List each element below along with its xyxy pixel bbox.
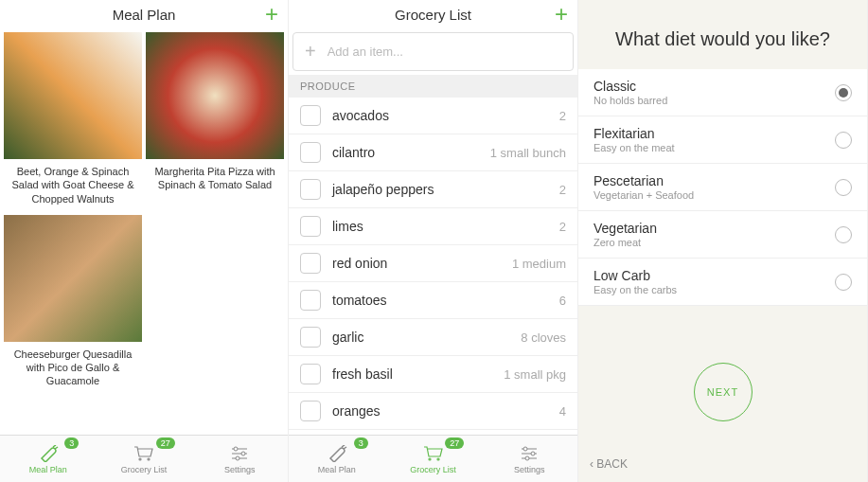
diet-desc: Easy on the meat <box>593 142 835 153</box>
grocery-item[interactable]: jalapeño peppers2 <box>289 171 577 208</box>
tab-meal-plan[interactable]: Meal Plan 3 <box>289 436 385 482</box>
diet-desc: No holds barred <box>593 95 835 106</box>
tab-grocery-list[interactable]: Grocery List 27 <box>385 436 482 482</box>
tab-bar: Meal Plan 3 Grocery List 27 Settings <box>289 435 577 482</box>
tab-label: Settings <box>514 465 545 474</box>
item-qty: 4 <box>559 404 566 419</box>
carrot-icon <box>38 444 59 463</box>
item-qty: 8 cloves <box>521 330 566 345</box>
checkbox[interactable] <box>300 105 321 126</box>
carrot-icon <box>327 444 347 463</box>
section-header: PRODUCE <box>289 75 577 98</box>
diet-name: Pescetarian <box>593 173 835 188</box>
radio-button[interactable] <box>835 226 852 243</box>
grocery-item[interactable]: red onion1 medium <box>289 245 577 282</box>
badge: 3 <box>64 437 79 449</box>
radio-button[interactable] <box>835 84 852 101</box>
diet-desc: Vegetarian + Seafood <box>593 189 835 201</box>
tab-label: Settings <box>224 465 256 474</box>
checkbox[interactable] <box>300 216 321 237</box>
checkbox[interactable] <box>300 179 321 200</box>
meal-title: Cheeseburger Quesadilla with Pico de Gal… <box>4 342 142 394</box>
item-name: garlic <box>332 330 521 345</box>
item-qty: 2 <box>559 109 566 123</box>
diet-option[interactable]: Low CarbEasy on the carbs <box>578 259 867 306</box>
meal-plan-screen: Meal Plan + Beet, Orange & Spinach Salad… <box>0 0 289 482</box>
diet-option[interactable]: PescetarianVegetarian + Seafood <box>578 164 867 211</box>
grocery-item[interactable]: avocados2 <box>289 98 577 134</box>
grocery-item[interactable]: garlic8 cloves <box>289 319 577 356</box>
meal-image <box>4 32 142 159</box>
item-name: avocados <box>332 108 559 123</box>
checkbox[interactable] <box>300 253 321 274</box>
grocery-item[interactable]: fresh basil1 small pkg <box>289 356 577 393</box>
item-qty: 2 <box>559 183 566 197</box>
svg-point-2 <box>236 456 239 460</box>
svg-point-5 <box>525 456 529 460</box>
cart-icon <box>422 444 445 463</box>
badge: 27 <box>156 437 175 449</box>
item-qty: 1 small bunch <box>490 146 566 160</box>
diet-option[interactable]: ClassicNo holds barred <box>578 69 867 116</box>
checkbox[interactable] <box>300 290 321 311</box>
grocery-item[interactable]: tomatoes6 <box>289 282 577 319</box>
next-button[interactable]: NEXT <box>694 363 753 421</box>
checkbox[interactable] <box>300 142 321 163</box>
meal-card[interactable]: Cheeseburger Quesadilla with Pico de Gal… <box>4 215 142 394</box>
tab-label: Meal Plan <box>318 465 356 474</box>
sliders-icon <box>230 444 249 463</box>
item-name: limes <box>332 219 559 234</box>
meal-grid: Beet, Orange & Spinach Salad with Goat C… <box>0 28 288 435</box>
diet-option[interactable]: FlexitarianEasy on the meat <box>578 116 867 164</box>
diet-question: What diet would you like? <box>578 0 867 69</box>
meal-image <box>4 215 142 342</box>
item-qty: 1 medium <box>512 257 566 271</box>
meal-card[interactable]: Beet, Orange & Spinach Salad with Goat C… <box>4 32 142 211</box>
tab-grocery-list[interactable]: Grocery List 27 <box>96 436 191 482</box>
tab-meal-plan[interactable]: Meal Plan 3 <box>0 436 96 482</box>
add-item-input[interactable]: + Add an item... <box>292 32 574 71</box>
meal-card[interactable]: Margherita Pita Pizza with Spinach & Tom… <box>146 32 284 211</box>
add-meal-button[interactable]: + <box>265 1 278 27</box>
tab-bar: Meal Plan 3 Grocery List 27 Settings <box>0 435 288 482</box>
item-name: jalapeño peppers <box>332 182 559 197</box>
grocery-content: + Add an item... PRODUCE avocados2cilant… <box>289 28 577 435</box>
add-item-button[interactable]: + <box>555 1 568 27</box>
back-button[interactable]: ‹ BACK <box>590 457 628 471</box>
diet-selection-screen: What diet would you like? ClassicNo hold… <box>578 0 868 482</box>
page-title: Meal Plan <box>113 7 176 23</box>
diet-list: ClassicNo holds barredFlexitarianEasy on… <box>578 69 867 306</box>
meal-image <box>146 32 284 159</box>
diet-name: Flexitarian <box>593 126 835 141</box>
diet-name: Vegetarian <box>593 221 835 236</box>
grocery-item[interactable]: limes2 <box>289 208 577 245</box>
cart-icon <box>133 444 155 463</box>
add-item-placeholder: Add an item... <box>328 45 403 59</box>
badge: 27 <box>445 437 464 449</box>
radio-button[interactable] <box>835 132 852 149</box>
tab-settings[interactable]: Settings <box>192 436 288 482</box>
header: Meal Plan + <box>0 0 288 28</box>
svg-point-4 <box>531 452 535 455</box>
checkbox[interactable] <box>300 327 321 348</box>
svg-point-0 <box>234 447 238 451</box>
svg-point-1 <box>241 452 245 455</box>
diet-name: Low Carb <box>593 268 835 283</box>
grocery-item[interactable]: cilantro1 small bunch <box>289 134 577 171</box>
radio-button[interactable] <box>835 179 852 196</box>
item-name: oranges <box>332 403 559 419</box>
grocery-item[interactable]: oranges4 <box>289 393 577 430</box>
grocery-list-screen: Grocery List + + Add an item... PRODUCE … <box>289 0 578 482</box>
item-qty: 2 <box>559 220 566 234</box>
radio-button[interactable] <box>835 274 852 291</box>
checkbox[interactable] <box>300 364 321 384</box>
tab-settings[interactable]: Settings <box>481 436 577 482</box>
page-title: Grocery List <box>395 7 471 23</box>
header: Grocery List + <box>289 0 577 28</box>
diet-option[interactable]: VegetarianZero meat <box>578 211 867 259</box>
diet-desc: Zero meat <box>593 237 835 248</box>
item-name: cilantro <box>332 145 490 160</box>
checkbox[interactable] <box>300 401 321 421</box>
meal-title: Margherita Pita Pizza with Spinach & Tom… <box>146 159 284 198</box>
badge: 3 <box>354 437 368 449</box>
